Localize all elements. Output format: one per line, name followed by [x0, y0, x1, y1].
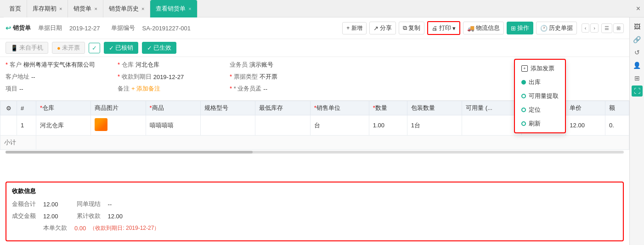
dropdown-outbound[interactable]: 出库: [515, 75, 565, 89]
verify-icon-btn[interactable]: ✓: [89, 43, 100, 53]
row-image: [91, 115, 146, 136]
print-button[interactable]: 🖨 打印 ▾: [427, 21, 460, 35]
transaction-amount-value: 12.00: [43, 213, 58, 220]
status-row: 📱 来自手机 ● 未开票 ✓ ✓ 已核销 ✓ 已生效: [0, 39, 629, 57]
logistics-button[interactable]: 🚚 物流信息: [463, 22, 504, 34]
balance-value: 0.00: [74, 225, 86, 232]
tab-inventory-init[interactable]: 库存期初 ×: [27, 0, 68, 17]
history-button[interactable]: 🕐 历史单据: [536, 22, 577, 34]
unit-th: *销售单位: [310, 101, 369, 115]
row-amount: 0.: [605, 115, 629, 136]
warehouse-value: 河北仓库: [136, 61, 159, 69]
number-label: 单据编号: [111, 24, 135, 32]
verify-icon: ✓: [92, 45, 97, 51]
sidebar-expand-icon[interactable]: ⛶: [632, 85, 643, 97]
warehouse-field: 仓库 河北仓库: [118, 61, 219, 69]
share-button[interactable]: ↗ 分享: [369, 22, 396, 34]
sidebar-image-icon[interactable]: 🖼: [632, 21, 643, 32]
doc-header: ↩ 销货单 单据日期 2019-12-27 单据编号 SA-20191227-0…: [0, 17, 629, 39]
total-amount-value: 12.00: [43, 201, 58, 208]
invoice-type-field: 票据类型 不开票: [230, 73, 331, 81]
settlement-item: 同单现结 --: [77, 200, 112, 208]
next-record[interactable]: ›: [590, 23, 599, 33]
row-num: 1: [17, 115, 36, 136]
customer-label: 客户: [6, 61, 22, 69]
salesperson-label: * 业务员孟: [230, 85, 261, 93]
settings-th[interactable]: ⚙: [0, 101, 17, 115]
dropdown-locate[interactable]: 定位: [515, 103, 565, 117]
invoice-status-btn[interactable]: ● 未开票: [52, 42, 85, 54]
doc-type-label: 销货单: [13, 24, 31, 32]
due-date-label: 收款到期日: [118, 73, 152, 81]
row-qty: 1.00: [369, 115, 407, 136]
project-label: 项目: [6, 85, 17, 93]
sidebar-table-icon[interactable]: ⊞: [632, 73, 643, 84]
project-field: 项目 --: [6, 85, 107, 93]
row-min-stock: [255, 115, 310, 136]
mobile-status-btn[interactable]: 📱 来自手机: [6, 42, 48, 54]
transaction-amount-item: 成交金额 12.00: [12, 212, 58, 220]
staff-label: 业务员: [230, 61, 248, 69]
row-pkg-qty: 1台: [407, 115, 462, 136]
note-field: 备注 添加备注: [118, 85, 219, 93]
project-value: --: [19, 85, 23, 92]
tab-sales-order[interactable]: 销货单 ×: [68, 0, 103, 17]
h-scrollbar-thumb: [6, 151, 253, 154]
doc-meta: 单据日期 2019-12-27 单据编号 SA-20191227-001: [38, 24, 335, 32]
verified-status-btn[interactable]: ✓ 已核销: [104, 42, 138, 54]
dropdown-add-invoice[interactable]: + 添加发票: [515, 62, 565, 75]
add-invoice-icon: +: [521, 65, 528, 72]
close-tab-inventory-init[interactable]: ×: [59, 6, 62, 11]
operation-dropdown: + 添加发票 出库 可用量提取 定位 刷新: [514, 59, 566, 133]
balance-note: （收款到期日: 2019-12-27）: [90, 224, 159, 232]
copy-button[interactable]: ⧉ 复制: [399, 22, 424, 34]
operation-icon: ⊞: [511, 25, 516, 32]
row-price: 12.00: [566, 115, 605, 136]
operation-button[interactable]: ⊞ 操作: [507, 22, 533, 34]
cumulative-item: 累计收款 12.00: [77, 212, 123, 220]
date-label: 单据日期: [38, 24, 62, 32]
close-tab-sales-order[interactable]: ×: [94, 6, 97, 11]
pkg-qty-th: 包装数量: [407, 101, 462, 115]
close-tab-view-sales-order[interactable]: ×: [188, 6, 191, 11]
h-scrollbar[interactable]: [6, 151, 624, 154]
doc-type-title: ↩ 销货单: [6, 24, 31, 32]
subtotal-label: 小计: [0, 136, 36, 150]
effective-status-btn[interactable]: ✓ 已生效: [142, 42, 176, 54]
tab-bar: 首页 库存期初 × 销货单 × 销货单历史 × 查看销货单 × ×: [0, 0, 644, 17]
add-note-btn[interactable]: 添加备注: [131, 85, 160, 93]
row-product: 嘻嘻嘻嘻: [146, 115, 200, 136]
prev-record[interactable]: ‹: [582, 23, 590, 33]
subtotal-row: 小计: [0, 136, 629, 150]
dropdown-refresh[interactable]: 刷新: [515, 117, 565, 131]
row-settings: [0, 115, 17, 136]
new-button[interactable]: + 新增: [342, 22, 366, 34]
list-view-btn[interactable]: ☰: [601, 23, 612, 33]
nav-arrows: ‹ ›: [582, 23, 599, 33]
close-all-tabs[interactable]: ×: [636, 5, 640, 13]
dropdown-available-qty[interactable]: 可用量提取: [515, 89, 565, 103]
view-toggle: ☰ ⊞: [601, 23, 624, 33]
payment-section: 收款信息 金额合计 12.00 同单现结 -- 成交金额 12.00: [6, 182, 624, 241]
date-value: 2019-12-27: [69, 25, 100, 32]
tab-view-sales-order[interactable]: 查看销货单 ×: [150, 0, 197, 17]
tab-sales-history[interactable]: 销货单历史 ×: [103, 0, 150, 17]
cumulative-value: 12.00: [108, 213, 123, 220]
grid-view-btn[interactable]: ⊞: [613, 23, 624, 33]
warehouse-th: *仓库: [36, 101, 90, 115]
payment-row-3: 本单欠款 0.00 （收款到期日: 2019-12-27）: [12, 224, 617, 232]
total-amount-item: 金额合计 12.00: [12, 200, 58, 208]
number-value: SA-20191227-001: [142, 25, 191, 32]
warehouse-label: 仓库: [118, 61, 134, 69]
payment-title: 收款信息: [12, 187, 617, 195]
row-warehouse: 河北仓库: [36, 115, 90, 136]
close-tab-sales-history[interactable]: ×: [141, 6, 144, 11]
tab-home[interactable]: 首页: [4, 0, 27, 17]
sidebar-user-icon[interactable]: 👤: [632, 60, 643, 71]
invoice-type-label: 票据类型: [230, 73, 258, 81]
qty-th: *数量: [369, 101, 407, 115]
sidebar-link-icon[interactable]: 🔗: [632, 34, 643, 45]
staff-value: 演示账号: [249, 61, 273, 69]
sidebar-rotate-icon[interactable]: ↺: [632, 47, 643, 58]
salesperson-field: * 业务员孟 --: [230, 85, 331, 93]
